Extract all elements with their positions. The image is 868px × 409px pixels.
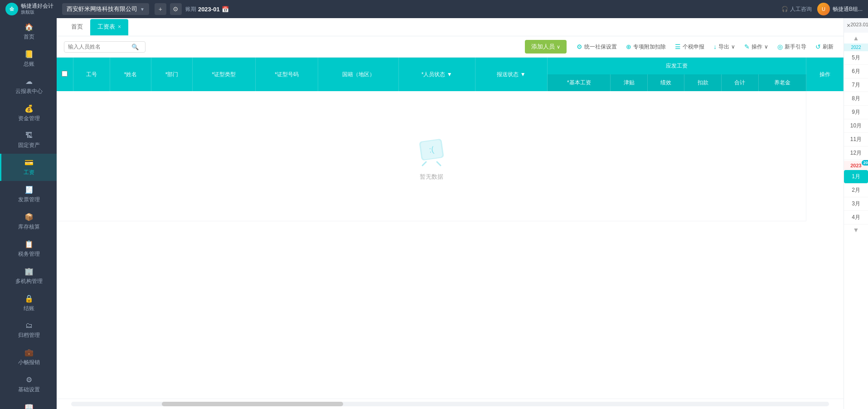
home-icon: 🏠 xyxy=(24,23,34,31)
sidebar-item-assets[interactable]: 🏗 固定资产 xyxy=(0,127,57,154)
sidebar-item-invoice[interactable]: 🧾 发票管理 xyxy=(0,181,57,208)
export-btn[interactable]: ↓ 导出 ∨ xyxy=(711,41,738,53)
header-actions: + ⚙ xyxy=(155,3,182,15)
month-2022-08[interactable]: 8月 xyxy=(844,92,868,106)
empty-state-cell: :( 暂无数据 xyxy=(57,91,806,221)
settings-btn[interactable]: ⚙ xyxy=(170,3,182,15)
month-2023-03[interactable]: 3月 xyxy=(844,197,868,211)
tab-bar: 首页 工资表 × xyxy=(57,18,844,36)
tax-declare-btn[interactable]: ☰ 个税申报 xyxy=(672,41,707,53)
sidebar-item-cloud-report[interactable]: ☁ 云报表中心 xyxy=(0,73,57,100)
deduction-icon: ⊕ xyxy=(626,43,631,50)
sidebar-item-guide[interactable]: 📖 新手引导 xyxy=(0,398,57,409)
sidebar-item-close-period[interactable]: 🔒 结账 xyxy=(0,290,57,317)
multi-org-icon: 🏢 xyxy=(24,267,34,276)
sidebar-item-tax[interactable]: 📋 税务管理 xyxy=(0,235,57,263)
user-info[interactable]: U 畅捷通B组... xyxy=(817,3,863,15)
human-service-btn[interactable]: 🎧 人工咨询 xyxy=(781,5,812,13)
month-2022-09[interactable]: 9月 xyxy=(844,106,868,119)
period-value: 2023-01 xyxy=(198,6,220,13)
month-2023-04[interactable]: 4月 xyxy=(844,211,868,224)
guide-icon: 📖 xyxy=(24,403,34,409)
sidebar-item-settings[interactable]: ⚙ 基础设置 xyxy=(0,371,57,398)
th-actions: 操作 xyxy=(806,58,844,91)
right-panel-header: × 2023.01 ⤢ xyxy=(844,18,868,33)
add-company-btn[interactable]: + xyxy=(155,3,166,15)
operate-btn[interactable]: ✎ 操作 ∨ xyxy=(742,41,771,53)
fund-icon: 💰 xyxy=(24,104,34,113)
refresh-icon: ↺ xyxy=(815,43,821,50)
svg-line-3 xyxy=(422,162,426,166)
add-dropdown-arrow: ∨ xyxy=(557,44,560,50)
scrollbar-thumb[interactable] xyxy=(162,402,343,406)
archive-icon: 🗂 xyxy=(25,321,33,330)
sidebar-item-inventory[interactable]: 📦 库存核算 xyxy=(0,208,57,235)
search-input[interactable] xyxy=(68,44,131,50)
social-insurance-btn[interactable]: ⚙ 统一社保设置 xyxy=(574,41,620,53)
toolbar-actions: ⚙ 统一社保设置 ⊕ 专项附加扣除 ☰ 个税申报 ↓ 导出 ∨ ✎ xyxy=(574,41,836,53)
close-period-icon: 🔒 xyxy=(24,294,34,303)
calendar-icon[interactable]: 📅 xyxy=(222,6,229,13)
horizontal-scrollbar[interactable] xyxy=(71,402,829,406)
year-2022-label: 2022 xyxy=(844,44,868,51)
sidebar-item-multi-org[interactable]: 🏢 多机构管理 xyxy=(0,263,57,290)
th-employee-id: 工号 xyxy=(73,58,110,91)
month-2023-01[interactable]: 1月 xyxy=(844,170,868,184)
assets-icon: 🏗 xyxy=(25,131,33,140)
th-status: *人员状态 ▼ xyxy=(398,58,475,91)
tab-close-btn[interactable]: × xyxy=(118,24,121,30)
app-edition: 旗舰版 xyxy=(21,9,53,15)
th-cert-no: *证型号码 xyxy=(255,58,318,91)
search-wrapper: 🔍 xyxy=(64,41,145,53)
panel-close-btn[interactable]: × xyxy=(847,22,850,29)
tax-icon: 📋 xyxy=(24,240,34,248)
tab-home[interactable]: 首页 xyxy=(64,19,90,35)
company-selector[interactable]: 西安虾米网络科技有限公司 ▼ xyxy=(62,3,149,15)
th-salary-group: 应发工资 xyxy=(548,58,806,74)
year-2023-label: 2023 2023 xyxy=(844,161,868,170)
special-deduction-btn[interactable]: ⊕ 专项附加扣除 xyxy=(623,41,669,53)
payroll-table: 工号 *姓名 *部门 *证型类型 *证型号码 国籍（地区） *人员状态 ▼ 报送… xyxy=(57,58,844,221)
operate-arrow: ∨ xyxy=(764,44,768,50)
select-all-checkbox[interactable] xyxy=(62,71,68,77)
new-guide-btn[interactable]: ◎ 新手引导 xyxy=(775,41,809,53)
sidebar-item-expense[interactable]: 💼 小畅报销 xyxy=(0,344,57,371)
year-badge: 2023 xyxy=(862,160,868,166)
table-body: :( 暂无数据 xyxy=(57,91,844,221)
empty-state: :( 暂无数据 xyxy=(60,95,802,217)
ledger-icon: 📒 xyxy=(24,50,34,58)
sidebar-item-archive[interactable]: 🗂 归档管理 xyxy=(0,317,57,344)
scroll-down-btn[interactable]: ▼ xyxy=(844,224,868,235)
month-2022-12[interactable]: 12月 xyxy=(844,146,868,160)
user-avatar: U xyxy=(817,3,830,15)
expense-icon: 💼 xyxy=(24,348,34,357)
sidebar-item-home[interactable]: 🏠 首页 xyxy=(0,18,57,45)
tab-payroll[interactable]: 工资表 × xyxy=(90,19,128,35)
social-icon: ⚙ xyxy=(577,43,582,50)
month-2022-10[interactable]: 10月 xyxy=(844,119,868,133)
export-arrow: ∨ xyxy=(731,44,735,50)
guide-circle-icon: ◎ xyxy=(777,43,783,50)
th-cert-type: *证型类型 xyxy=(193,58,256,91)
refresh-btn[interactable]: ↺ 刷新 xyxy=(813,41,836,53)
empty-icon: :( xyxy=(413,131,450,167)
sidebar-item-payroll[interactable]: 💳 工资 xyxy=(0,154,57,181)
month-2023-02[interactable]: 2月 xyxy=(844,184,868,197)
table-header-row-1: 工号 *姓名 *部门 *证型类型 *证型号码 国籍（地区） *人员状态 ▼ 报送… xyxy=(57,58,844,74)
th-name: *姓名 xyxy=(110,58,151,91)
empty-text: 暂无数据 xyxy=(420,173,443,181)
month-2022-05[interactable]: 5月 xyxy=(844,51,868,65)
user-name: 畅捷通B组... xyxy=(833,5,863,13)
search-icon[interactable]: 🔍 xyxy=(131,44,139,50)
invoice-icon: 🧾 xyxy=(24,185,34,194)
month-2022-11[interactable]: 11月 xyxy=(844,133,868,146)
scroll-up-btn[interactable]: ▲ xyxy=(844,33,868,44)
month-2022-07[interactable]: 7月 xyxy=(844,78,868,92)
th-base-salary: *基本工资 xyxy=(548,74,611,91)
add-person-btn[interactable]: 添加人员 ∨ xyxy=(525,40,567,54)
app-logo-icon: 会 xyxy=(5,3,18,15)
month-2022-06[interactable]: 6月 xyxy=(844,65,868,78)
select-all-th xyxy=(57,58,73,91)
sidebar-item-ledger[interactable]: 📒 总账 xyxy=(0,45,57,73)
sidebar-item-fund[interactable]: 💰 资金管理 xyxy=(0,100,57,127)
